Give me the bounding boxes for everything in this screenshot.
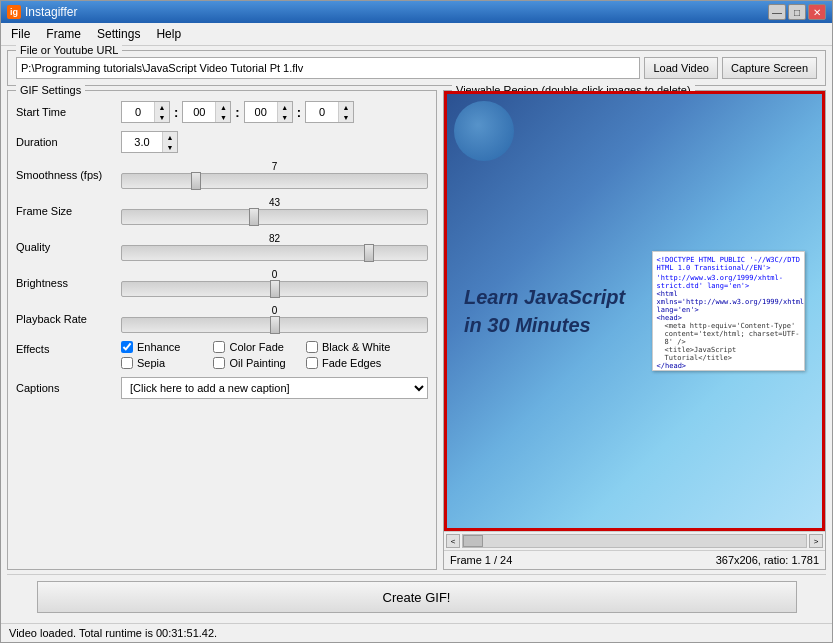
seconds-down[interactable]: ▼: [278, 112, 292, 122]
colon-3: :: [297, 105, 301, 120]
menu-bar: File Frame Settings Help: [1, 23, 832, 46]
frames-down[interactable]: ▼: [339, 112, 353, 122]
restore-button[interactable]: □: [788, 4, 806, 20]
smoothness-slider-container: 7: [121, 161, 428, 189]
frames-up[interactable]: ▲: [339, 102, 353, 112]
title-bar-left: ig Instagiffer: [7, 5, 77, 19]
hours-input[interactable]: [122, 102, 154, 122]
effects-label: Effects: [16, 343, 121, 355]
code-line-5: <meta http-equiv='Content-Type' content=…: [657, 322, 800, 346]
capture-screen-button[interactable]: Capture Screen: [722, 57, 817, 79]
brightness-slider-container: 0: [121, 269, 428, 297]
playback-rate-value: 0: [121, 305, 428, 316]
app-icon: ig: [7, 5, 21, 19]
brightness-slider[interactable]: [121, 281, 428, 297]
menu-file[interactable]: File: [5, 25, 36, 43]
seconds-input[interactable]: [245, 102, 277, 122]
scroll-left-button[interactable]: <: [446, 534, 460, 548]
video-text: Learn JavaScript in 30 Minutes: [464, 283, 625, 339]
effect-color-fade[interactable]: Color Fade: [213, 341, 297, 353]
effect-sepia[interactable]: Sepia: [121, 357, 205, 369]
captions-select[interactable]: [Click here to add a new caption]: [121, 377, 428, 399]
code-line-4: <head>: [657, 314, 800, 322]
hours-down[interactable]: ▼: [155, 112, 169, 122]
minutes-up[interactable]: ▲: [216, 102, 230, 112]
playback-rate-slider[interactable]: [121, 317, 428, 333]
content-area: File or Youtube URL Load Video Capture S…: [1, 46, 832, 623]
minimize-button[interactable]: —: [768, 4, 786, 20]
sepia-checkbox[interactable]: [121, 357, 133, 369]
minutes-down[interactable]: ▼: [216, 112, 230, 122]
quality-label: Quality: [16, 241, 121, 253]
frames-input[interactable]: [306, 102, 338, 122]
brightness-label: Brightness: [16, 277, 121, 289]
effect-enhance[interactable]: Enhance: [121, 341, 205, 353]
enhance-checkbox[interactable]: [121, 341, 133, 353]
url-input[interactable]: [16, 57, 640, 79]
captions-label: Captions: [16, 382, 121, 394]
window-controls: — □ ✕: [768, 4, 826, 20]
minutes-spinner-btns: ▲ ▼: [215, 102, 230, 122]
frame-size-value: 43: [121, 197, 428, 208]
window-title: Instagiffer: [25, 5, 77, 19]
gif-settings: GIF Settings Start Time ▲ ▼: [7, 90, 437, 570]
create-gif-row: Create GIF!: [7, 574, 826, 619]
create-gif-button[interactable]: Create GIF!: [37, 581, 797, 613]
frames-spinner-btns: ▲ ▼: [338, 102, 353, 122]
start-time-label: Start Time: [16, 106, 121, 118]
duration-spinner-btns: ▲ ▼: [162, 132, 177, 152]
playback-rate-slider-container: 0: [121, 305, 428, 333]
viewable-region: Viewable Region (double-click images to …: [443, 90, 826, 570]
status-bar: Video loaded. Total runtime is 00:31:51.…: [1, 623, 832, 642]
smoothness-value: 7: [121, 161, 428, 172]
seconds-spinner-btns: ▲ ▼: [277, 102, 292, 122]
ratio-info: 367x206, ratio: 1.781: [716, 554, 819, 566]
quality-value: 82: [121, 233, 428, 244]
close-button[interactable]: ✕: [808, 4, 826, 20]
title-bar: ig Instagiffer — □ ✕: [1, 1, 832, 23]
smoothness-slider[interactable]: [121, 173, 428, 189]
effect-oil-painting[interactable]: Oil Painting: [213, 357, 297, 369]
duration-up[interactable]: ▲: [163, 132, 177, 142]
effects-row: Effects Enhance Color Fade: [16, 341, 428, 369]
frame-size-row: Frame Size 43: [16, 197, 428, 225]
playback-rate-label: Playback Rate: [16, 313, 121, 325]
video-area[interactable]: Learn JavaScript in 30 Minutes <!DOCTYPE…: [444, 91, 825, 531]
frame-info: Frame 1 / 24 367x206, ratio: 1.781: [444, 550, 825, 569]
right-panel: Viewable Region (double-click images to …: [443, 90, 826, 570]
quality-slider[interactable]: [121, 245, 428, 261]
hours-up[interactable]: ▲: [155, 102, 169, 112]
load-video-button[interactable]: Load Video: [644, 57, 717, 79]
url-section: File or Youtube URL Load Video Capture S…: [7, 50, 826, 86]
scroll-right-button[interactable]: >: [809, 534, 823, 548]
duration-input[interactable]: [122, 132, 162, 152]
seconds-up[interactable]: ▲: [278, 102, 292, 112]
video-code-area: <!DOCTYPE HTML PUBLIC '-//W3C//DTD HTML …: [652, 251, 805, 371]
fade-edges-checkbox[interactable]: [306, 357, 318, 369]
minutes-input[interactable]: [183, 102, 215, 122]
frame-size-slider[interactable]: [121, 209, 428, 225]
menu-settings[interactable]: Settings: [91, 25, 146, 43]
color-fade-checkbox[interactable]: [213, 341, 225, 353]
effect-fade-edges[interactable]: Fade Edges: [306, 357, 390, 369]
code-line-8: <body>: [657, 370, 800, 371]
menu-frame[interactable]: Frame: [40, 25, 87, 43]
code-line-3: <html xmlns='http://www.w3.org/1999/xhtm…: [657, 290, 800, 314]
video-text-line1: Learn JavaScript: [464, 283, 625, 311]
effects-grid: Enhance Color Fade Black & White: [121, 341, 390, 369]
left-panel: GIF Settings Start Time ▲ ▼: [7, 90, 437, 570]
scroll-track[interactable]: [462, 534, 807, 548]
frame-size-slider-container: 43: [121, 197, 428, 225]
code-line-1: <!DOCTYPE HTML PUBLIC '-//W3C//DTD HTML …: [657, 256, 800, 272]
code-line-6: <title>JavaScript Tutorial</title>: [657, 346, 800, 362]
effect-black-white[interactable]: Black & White: [306, 341, 390, 353]
scroll-thumb[interactable]: [463, 535, 483, 547]
oil-painting-checkbox[interactable]: [213, 357, 225, 369]
duration-down[interactable]: ▼: [163, 142, 177, 152]
code-line-2: 'http://www.w3.org/1999/xhtml-strict.dtd…: [657, 274, 800, 290]
start-time-row: Start Time ▲ ▼ :: [16, 101, 428, 123]
frame-size-label: Frame Size: [16, 205, 121, 217]
black-white-checkbox[interactable]: [306, 341, 318, 353]
menu-help[interactable]: Help: [150, 25, 187, 43]
frames-spinner: ▲ ▼: [305, 101, 354, 123]
